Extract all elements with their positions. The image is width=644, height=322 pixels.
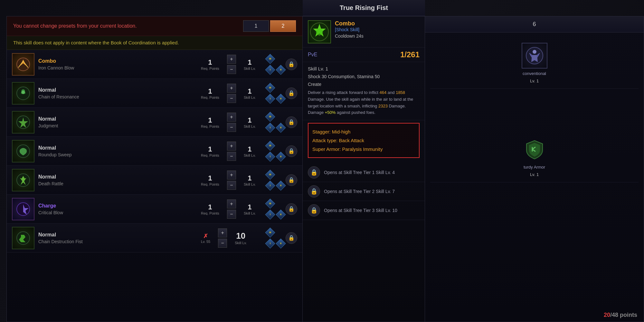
increase-btn[interactable]: + [218,228,227,237]
skill-detail-panel: Combo [Shock Skill] Cooldown 24s PvE 1/2… [303,16,425,322]
gem-tier1[interactable]: I [265,210,275,219]
skill-row[interactable]: Normal Roundup Sweep 1 Req. Points + − 1… [7,137,302,166]
gem-container: III I II [265,83,286,104]
skill-lv-block: 10 Skill Lv. [235,231,247,245]
skill-controls: + − [227,55,236,74]
skill-controls: + − [227,84,236,103]
warning-banner: You cannot change presets from your curr… [7,16,302,36]
skill-icon [12,140,34,162]
skill-lv-value: 1 [244,145,256,153]
gem-tier2[interactable]: II [276,65,286,75]
decrease-btn[interactable]: − [227,123,236,132]
gem-tier1[interactable]: I [265,65,275,75]
gem-row-bottom: I II [265,239,286,248]
gem-row-top: III [265,141,286,151]
armor-lv: Lv. 1 [530,172,539,177]
increase-btn[interactable]: + [227,55,236,64]
decrease-btn[interactable]: − [218,239,227,248]
skill-lv-value: 1 [244,58,256,67]
tier-2-text: Opens at Skill Tree Tier 2 Skill Lv. 7 [324,189,395,194]
gem-tier3[interactable]: III [265,170,275,179]
lock-button[interactable]: 🔒 [286,87,297,99]
gem-container: III I II [265,141,286,161]
gem-tier3[interactable]: III [265,112,275,122]
lock-button[interactable]: 🔒 [286,145,297,157]
gem-tier3[interactable]: III [265,199,275,208]
skill-lv-label: Skill Lv. [244,124,256,128]
tier-3-text: Opens at Skill Tree Tier 3 Skill Lv. 10 [324,208,397,213]
gem-tier1[interactable]: I [265,123,275,133]
skill-name: Roundup Sweep [38,152,197,157]
req-points-value: 1 [201,203,219,211]
skill-lv-block: 1 Skill Lv. [244,116,256,128]
gem-row-bottom: I II [265,152,286,161]
preset-2-button[interactable]: 2 [270,20,296,32]
gem-tier1[interactable]: I [265,239,275,248]
location-warning: You cannot change presets from your curr… [13,23,137,29]
skill-type: Normal [38,174,197,180]
decrease-btn[interactable]: − [227,210,236,219]
increase-btn[interactable]: + [227,84,236,93]
skill-icon [12,198,34,220]
gem-tier2[interactable]: II [276,152,286,161]
decrease-btn[interactable]: − [227,181,236,190]
req-points-label: Req. Points [201,182,219,186]
req-points-block: 1 Req. Points [201,145,219,157]
skill-detail-type: Combo [335,20,420,27]
gem-tier1[interactable]: I [265,181,275,190]
decrease-btn[interactable]: − [227,152,236,161]
increase-btn[interactable]: + [227,199,236,208]
lock-button[interactable]: 🔒 [286,203,297,215]
gem-tier3[interactable]: III [265,83,275,93]
gem-tier3[interactable]: III [265,54,275,64]
skill-action: Create [308,82,420,87]
req-points-value: 1 [201,116,219,124]
skill-name: Chain Destruction Fist [38,239,197,244]
lock-button[interactable]: 🔒 [286,59,297,70]
gem-tier2[interactable]: II [276,94,286,104]
skill-row[interactable]: Normal Chain Destruction Fist ✗ Lv. 55 +… [7,224,302,253]
lock-button[interactable]: 🔒 [286,174,297,186]
increase-btn[interactable]: + [227,170,236,179]
skill-row[interactable]: Charge Critical Blow 1 Req. Points + − 1… [7,195,302,224]
skill-row[interactable]: Normal Judgment 1 Req. Points + − 1 Skil… [7,108,302,137]
req-points-label: Req. Points [201,124,219,128]
gem-tier3[interactable]: III [265,141,275,151]
gem-tier3[interactable]: III [265,228,275,237]
gem-tier1[interactable]: I [265,94,275,104]
skill-row[interactable]: Normal Chain of Resonance 1 Req. Points … [7,79,302,108]
skill-info: Normal Judgment [34,116,201,128]
gem-tier2[interactable]: II [276,181,286,190]
decrease-btn[interactable]: − [227,65,236,74]
lock-button[interactable]: 🔒 [286,116,297,128]
skill-name: Critical Blow [38,210,197,215]
gem-tier2[interactable]: II [276,123,286,133]
skill-name: Judgment [38,123,197,128]
gem-tier2[interactable]: II [276,239,286,248]
preset-1-button[interactable]: 1 [243,20,269,32]
skill-consumption: Shock 30 Consumption, Stamina 50 [308,74,420,79]
gem-container: III I II [265,112,286,133]
skill-type: Combo [38,58,197,64]
increase-btn[interactable]: + [227,142,236,151]
skill-stats: 1 Req. Points + − 1 Skill Lv. [201,84,265,103]
increase-btn[interactable]: + [227,113,236,122]
skill-info: Charge Critical Blow [34,203,201,215]
lock-button[interactable]: 🔒 [286,232,297,244]
skill-type: Normal [38,232,197,238]
decrease-btn[interactable]: − [227,94,236,103]
req-points-label: Req. Points [201,211,219,215]
svg-point-2 [22,91,25,94]
skill-row[interactable]: Combo Iron Cannon Blow 1 Req. Points + −… [7,50,302,79]
armor-icon [522,136,547,162]
skill-info: Normal Death Rattle [34,174,201,186]
req-points-block: 1 Req. Points [201,87,219,99]
skill-controls: + − [227,113,236,132]
gem-tier1[interactable]: I [265,152,275,161]
conventional-lv: Lv. 1 [530,78,539,83]
gem-tier2[interactable]: II [276,210,286,219]
skill-row[interactable]: Normal Death Rattle 1 Req. Points + − 1 … [7,166,302,195]
gem-container: III I II [265,228,286,248]
gem-row-top: III [265,170,286,179]
gem-container: III I II [265,54,286,75]
